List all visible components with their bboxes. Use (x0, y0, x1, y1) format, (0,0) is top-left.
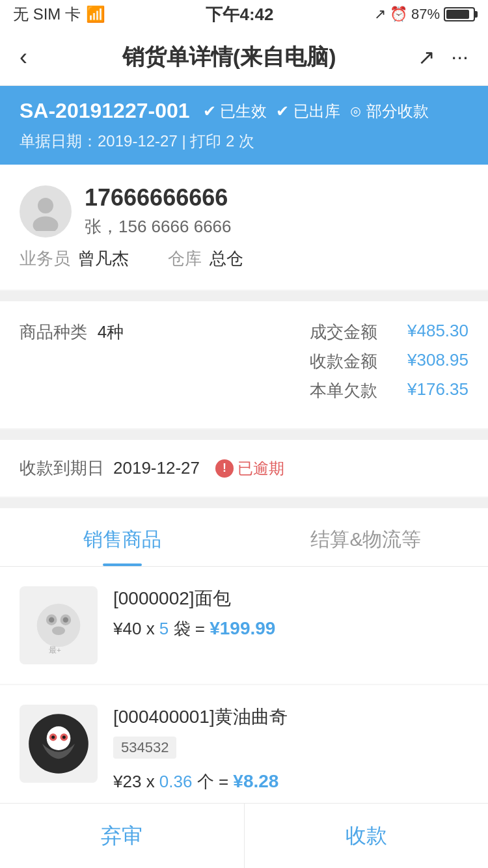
owed-row: 本单欠款 ¥176.35 (310, 379, 468, 402)
customer-account: 17666666666 (85, 184, 232, 211)
summary-section: 商品种类 4种 成交金额 ¥485.30 收款金额 ¥308.95 本单欠款 ¥… (0, 301, 488, 428)
product-price-2: ¥23 x 0.36 个 = ¥8.28 (113, 770, 468, 793)
product-total-2: ¥8.28 (233, 771, 278, 791)
svg-point-13 (51, 736, 55, 739)
product-name-2: [000400001]黄油曲奇 (113, 705, 468, 729)
order-header: SA-20191227-001 ✔ 已生效 ✔ 已出库 ⊙ 部分收款 单据日期：… (0, 86, 488, 165)
product-price-1: ¥40 x 5 袋 = ¥199.99 (113, 617, 468, 640)
due-label: 收款到期日 (20, 457, 104, 480)
product-list: 最+ [0000002]面包 ¥40 x 5 袋 = ¥199.99 (0, 567, 488, 813)
owed-label: 本单欠款 (310, 379, 377, 402)
product-placeholder-icon: 最+ (26, 593, 91, 658)
product-unit-price-2: ¥23 (113, 772, 141, 791)
alarm-icon: ⏰ (390, 6, 407, 23)
badge-partial: ⊙ 部分收款 (349, 101, 429, 122)
battery-icon (444, 7, 475, 21)
warehouse-value: 总仓 (210, 247, 243, 270)
salesperson-info: 业务员 曾凡杰 (20, 247, 129, 270)
nav-bar: ‹ 销货单详情(来自电脑) ↗ ··· (0, 29, 488, 86)
battery-percent: 87% (411, 6, 440, 23)
svg-point-14 (62, 736, 66, 739)
share-button[interactable]: ↗ (418, 45, 435, 70)
received-label: 收款金额 (310, 350, 377, 373)
svg-point-6 (63, 617, 68, 623)
carrier-label: 无 SIM 卡 (13, 4, 81, 25)
separator-2 (0, 429, 488, 440)
order-date: 单据日期：2019-12-27 (20, 132, 178, 150)
badge-effective: ✔ 已生效 (203, 101, 267, 122)
product-image-1: 最+ (20, 586, 98, 664)
salesperson-label: 业务员 (20, 247, 70, 270)
received-value: ¥308.95 (390, 350, 468, 373)
warehouse-label: 仓库 (168, 247, 202, 270)
warehouse-info: 仓库 总仓 (168, 247, 243, 270)
order-meta: 单据日期：2019-12-27 | 打印 2 次 (20, 131, 468, 152)
customer-row: 17666666666 张，156 6666 6666 (20, 184, 468, 238)
product-unit-price-1: ¥40 (113, 619, 141, 638)
product-qty-2: 0.36 (159, 772, 193, 791)
svg-point-5 (49, 617, 54, 623)
product-type-value: 4种 (98, 322, 124, 342)
back-button[interactable]: ‹ (20, 44, 27, 71)
product-type-label: 商品种类 (20, 322, 87, 342)
svg-point-1 (33, 216, 59, 231)
tab-sales-products[interactable]: 销售商品 (0, 508, 244, 566)
bottom-bar: 弃审 收款 (0, 803, 488, 868)
reject-button[interactable]: 弃审 (0, 804, 245, 868)
svg-text:最+: 最+ (49, 645, 61, 654)
nav-actions: ↗ ··· (418, 45, 468, 70)
status-left: 无 SIM 卡 📶 (13, 4, 105, 25)
tabs-section: 销售商品 结算&物流等 (0, 508, 488, 567)
deal-amount-label: 成交金额 (310, 321, 377, 344)
wifi-icon: 📶 (86, 5, 105, 23)
summary-right: 成交金额 ¥485.30 收款金额 ¥308.95 本单欠款 ¥176.35 (310, 321, 468, 409)
order-print: | 打印 2 次 (182, 132, 254, 150)
product-info-1: [0000002]面包 ¥40 x 5 袋 = ¥199.99 (113, 586, 468, 640)
status-right: ↗ ⏰ 87% (374, 6, 475, 23)
salesperson-value: 曾凡杰 (78, 247, 129, 270)
overdue-badge: ! 已逾期 (215, 458, 284, 479)
product-qty-1: 5 (159, 619, 169, 638)
order-badges: ✔ 已生效 ✔ 已出库 ⊙ 部分收款 (203, 101, 429, 122)
collect-button[interactable]: 收款 (245, 804, 489, 868)
location-icon: ↗ (374, 6, 386, 23)
received-row: 收款金额 ¥308.95 (310, 350, 468, 373)
overdue-icon: ! (215, 459, 234, 478)
order-id: SA-20191227-001 (20, 99, 190, 123)
due-date-value: 2019-12-27 (113, 458, 200, 478)
customer-contact: 张，156 6666 6666 (85, 215, 232, 238)
product-tag-2: 534532 (113, 737, 176, 759)
product-unit-1: 袋 (174, 619, 191, 638)
status-bar: 无 SIM 卡 📶 下午4:42 ↗ ⏰ 87% (0, 0, 488, 29)
overdue-label: 已逾期 (237, 458, 284, 479)
deal-amount-value: ¥485.30 (390, 321, 468, 344)
product-image-icon-2 (26, 711, 91, 776)
deal-amount-row: 成交金额 ¥485.30 (310, 321, 468, 344)
due-section: 收款到期日 2019-12-27 ! 已逾期 (0, 440, 488, 496)
product-name-1: [0000002]面包 (113, 586, 468, 611)
product-info-2: [000400001]黄油曲奇 534532 ¥23 x 0.36 个 = ¥8… (113, 705, 468, 793)
order-header-top: SA-20191227-001 ✔ 已生效 ✔ 已出库 ⊙ 部分收款 (20, 99, 468, 123)
list-item: [000400001]黄油曲奇 534532 ¥23 x 0.36 个 = ¥8… (0, 685, 488, 813)
list-item: 最+ [0000002]面包 ¥40 x 5 袋 = ¥199.99 (0, 567, 488, 684)
customer-section: 17666666666 张，156 6666 6666 业务员 曾凡杰 仓库 总… (0, 165, 488, 290)
product-image-2 (20, 705, 98, 783)
owed-value: ¥176.35 (390, 379, 468, 402)
customer-info: 17666666666 张，156 6666 6666 (85, 184, 232, 238)
svg-point-0 (38, 198, 53, 213)
product-unit-2: 个 (197, 772, 214, 791)
summary-left: 商品种类 4种 (20, 321, 124, 344)
avatar (20, 185, 72, 237)
svg-point-7 (52, 627, 65, 635)
separator-3 (0, 498, 488, 508)
product-total-1: ¥199.99 (210, 618, 275, 638)
tab-settlement[interactable]: 结算&物流等 (244, 508, 488, 566)
status-time: 下午4:42 (206, 3, 273, 26)
avatar-icon (26, 192, 65, 231)
customer-detail-row: 业务员 曾凡杰 仓库 总仓 (20, 247, 468, 270)
badge-shipped: ✔ 已出库 (276, 101, 340, 122)
svg-point-2 (37, 604, 81, 647)
more-button[interactable]: ··· (451, 45, 468, 69)
separator-1 (0, 291, 488, 301)
page-title: 销货单详情(来自电脑) (40, 42, 418, 72)
